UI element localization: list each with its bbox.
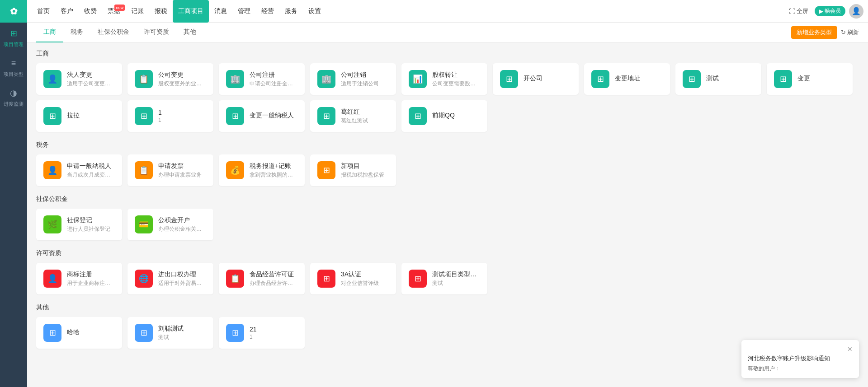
card-fund-open[interactable]: 💳 公积金开户 办理公积金相关业务 — [127, 209, 213, 240]
fullscreen-btn[interactable]: ⛶ 全屏 — [786, 6, 811, 17]
card-import-export-icon: 🌐 — [135, 270, 153, 288]
card-liu-test[interactable]: ⊞ 刘聪测试 测试 — [127, 317, 213, 349]
card-apply-tax[interactable]: 👤 申请一般纳税人 当月或次月成变更完成 — [36, 154, 122, 186]
card-guhonghong-desc: 葛红红测试 — [341, 117, 389, 125]
card-3a-cert-title: 3A认证 — [341, 270, 389, 279]
new-type-button[interactable]: 新增业务类型 — [791, 26, 837, 39]
card-haha-icon: ⊞ — [43, 324, 61, 342]
card-haha[interactable]: ⊞ 哈哈 — [36, 317, 122, 349]
nav-settings[interactable]: 设置 — [303, 0, 326, 23]
card-company-change-title: 公司变更 — [158, 71, 206, 79]
card-tax-report[interactable]: 💰 税务报道+记账 拿到营业执照的新公司 — [219, 154, 305, 186]
notification-title: 河北税务数字账户升级影响通知 — [748, 354, 853, 363]
card-one[interactable]: ⊞ 1 1 — [127, 100, 213, 132]
nav-biz[interactable]: 工商项目 — [173, 0, 209, 23]
nav-service[interactable]: 服务 — [279, 0, 303, 23]
card-qianqi-qq[interactable]: ⊞ 前期QQ — [401, 100, 487, 132]
card-apply-tax-title: 申请一般纳税人 — [67, 162, 115, 170]
nav-account[interactable]: 记账 — [126, 0, 149, 23]
user-avatar[interactable]: 👤 — [849, 4, 863, 19]
nav-tax[interactable]: 报税 — [149, 0, 173, 23]
tab-other[interactable]: 其他 — [176, 23, 203, 42]
card-company-register[interactable]: 🏢 公司注册 申请公司注册全流程 — [219, 63, 305, 95]
card-3a-cert[interactable]: ⊞ 3A认证 对企业信誉评级 — [310, 263, 396, 294]
project-mgmt-icon: ⊞ — [7, 27, 20, 40]
card-company-change-desc: 股权变更外的业务变更 — [158, 80, 206, 88]
project-type-icon: ≡ — [7, 57, 20, 70]
sidebar-logo: ✿ — [0, 0, 27, 23]
card-tax-report-desc: 拿到营业执照的新公司 — [250, 171, 297, 179]
card-import-export[interactable]: 🌐 进出口权办理 适用于对外贸易经营者 — [127, 263, 213, 294]
card-fund-open-desc: 办理公积金相关业务 — [158, 225, 206, 233]
sidebar-item-project-type[interactable]: ≡ 项目类型 — [0, 52, 27, 82]
card-open-company-icon: ⊞ — [500, 70, 518, 88]
nav-manage[interactable]: 管理 — [232, 0, 256, 23]
card-company-cancel[interactable]: 🏢 公司注销 适用于注销公司 — [310, 63, 396, 95]
card-test-type-desc: 测试 — [432, 280, 480, 287]
card-company-change[interactable]: 📋 公司变更 股权变更外的业务变更 — [127, 63, 213, 95]
card-lala[interactable]: ⊞ 拉拉 — [36, 100, 122, 132]
notification-body: 尊敬的用户： — [748, 364, 853, 373]
card-qianqi-qq-icon: ⊞ — [409, 107, 427, 125]
notification-close[interactable]: ✕ — [847, 345, 853, 353]
tab-gongshang[interactable]: 工商 — [36, 23, 63, 42]
tab-shebao[interactable]: 社保公积金 — [90, 23, 137, 42]
card-change-tax[interactable]: ⊞ 变更一般纳税人 — [219, 100, 305, 132]
tab-shuiwu[interactable]: 税务 — [63, 23, 90, 42]
card-change-address-title: 变更地址 — [615, 75, 663, 83]
card-test-type-title: 测试项目类型目定义 — [432, 270, 480, 279]
card-trademark[interactable]: 👤 商标注册 用于企业商标注册服务 — [36, 263, 122, 294]
card-social-register[interactable]: 🌿 社保登记 进行人员社保登记 — [36, 209, 122, 240]
vip-button[interactable]: ▶ 畅会员 — [815, 6, 845, 16]
card-equity-transfer-icon: 📊 — [409, 70, 427, 88]
nav-operation[interactable]: 经营 — [256, 0, 279, 23]
card-company-register-icon: 🏢 — [226, 70, 244, 88]
card-change-address-icon: ⊞ — [591, 70, 609, 88]
card-new-project[interactable]: ⊞ 新项目 报税加税控盘保管 — [310, 154, 396, 186]
card-trademark-desc: 用于企业商标注册服务 — [67, 280, 115, 287]
card-change-tax-title: 变更一般纳税人 — [250, 112, 297, 120]
card-test-type[interactable]: ⊞ 测试项目类型目定义 测试 — [401, 263, 487, 294]
card-food-license-icon: 📋 — [226, 270, 244, 288]
fullscreen-icon: ⛶ — [789, 8, 795, 15]
scroll-content: 工商 👤 法人变更 适用于公司变更法人 📋 公司变更 股权变更外的业务变更 — [27, 42, 868, 387]
nav-message[interactable]: 消息 — [209, 0, 232, 23]
card-apply-invoice-desc: 办理申请发票业务 — [158, 171, 206, 179]
section-gongshang: 工商 👤 法人变更 适用于公司变更法人 📋 公司变更 股权变更外的业务变更 — [36, 50, 859, 132]
card-food-license[interactable]: 📋 食品经营许可证 办理食品经营许可证 — [219, 263, 305, 294]
card-change-address[interactable]: ⊞ 变更地址 — [584, 63, 670, 95]
card-test-icon: ⊞ — [683, 70, 701, 88]
card-open-company[interactable]: ⊞ 开公司 — [493, 63, 579, 95]
card-change[interactable]: ⊞ 变更 — [767, 63, 853, 95]
card-one-title: 1 — [158, 109, 206, 116]
card-change-tax-icon: ⊞ — [226, 107, 244, 125]
tab-xuke[interactable]: 许可资质 — [137, 23, 176, 42]
card-new-project-icon: ⊞ — [317, 161, 335, 179]
card-legal-change[interactable]: 👤 法人变更 适用于公司变更法人 — [36, 63, 122, 95]
nav-home[interactable]: 首页 — [32, 0, 55, 23]
nav-billing[interactable]: 收费 — [79, 0, 102, 23]
card-change-icon: ⊞ — [774, 70, 792, 88]
shebao-cards-grid: 🌿 社保登记 进行人员社保登记 💳 公积金开户 办理公积金相关业务 — [36, 209, 859, 240]
refresh-button[interactable]: ↻ 刷新 — [841, 28, 859, 37]
section-xuke: 许可资质 👤 商标注册 用于企业商标注册服务 🌐 进出口权办理 适用于对外 — [36, 249, 859, 294]
card-new-project-desc: 报税加税控盘保管 — [341, 171, 389, 179]
nav-client[interactable]: 客户 — [55, 0, 79, 23]
card-haha-title: 哈哈 — [67, 328, 115, 336]
card-fund-open-icon: 💳 — [135, 215, 153, 233]
sidebar-item-project-mgmt[interactable]: ⊞ 项目管理 — [0, 23, 27, 52]
nav-invoice[interactable]: 票据 new — [102, 0, 126, 23]
top-nav: 首页 客户 收费 票据 new 记账 报税 工商项目 消息 管理 经营 服务 设… — [27, 0, 868, 23]
card-twenty-one[interactable]: ⊞ 21 1 — [219, 317, 305, 349]
card-test[interactable]: ⊞ 测试 — [675, 63, 761, 95]
card-apply-invoice[interactable]: 📋 申请发票 办理申请发票业务 — [127, 154, 213, 186]
card-company-change-icon: 📋 — [135, 70, 153, 88]
card-one-icon: ⊞ — [135, 107, 153, 125]
card-legal-change-icon: 👤 — [43, 70, 61, 88]
card-guhonghong[interactable]: ⊞ 葛红红 葛红红测试 — [310, 100, 396, 132]
card-tax-report-icon: 💰 — [226, 161, 244, 179]
section-shebao: 社保公积金 🌿 社保登记 进行人员社保登记 💳 公积金开户 办理公积金相关 — [36, 195, 859, 240]
card-open-company-title: 开公司 — [524, 75, 571, 83]
sidebar-item-progress-monitor[interactable]: ◑ 进度监测 — [0, 82, 27, 112]
card-equity-transfer[interactable]: 📊 股权转让 公司变更需要股权转让 — [401, 63, 487, 95]
